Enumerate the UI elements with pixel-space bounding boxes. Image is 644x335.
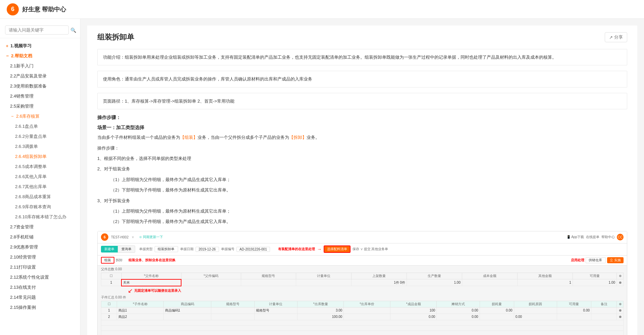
sim-btd-code-2[interactable]	[163, 314, 211, 320]
sim-bth-loss-reason: 损耗原因	[514, 301, 557, 307]
sim-brow-2: 2 商品2 100.00 0.00 0.00	[101, 314, 624, 320]
sidebar-item-2-6-7[interactable]: 2.6.7其他出库单	[0, 182, 80, 192]
sidebar-item-label-2-6-8: 2.6.8商品成本重算	[15, 194, 51, 200]
sidebar-item-2-5[interactable]: 2.5采购管理	[0, 101, 80, 111]
sidebar-item-2-2[interactable]: 2.2产品安装及登录	[0, 71, 80, 81]
sidebar-item-2-4[interactable]: 2.4销售管理	[0, 91, 80, 101]
sidebar-item-2-6[interactable]: － 2.6库存核算	[0, 111, 80, 121]
sim-nav-row: 新建单 查询单 单据类型 组装拆卸单 单据日期 2019-12-26 单据编号 …	[98, 243, 627, 256]
sidebar-item-2-10[interactable]: 2.10经营管理	[0, 252, 80, 262]
sim-annotation4-area: ↙ 无固定清单可以随便在这里录入	[98, 286, 627, 295]
share-button[interactable]: ↗ 分享	[605, 32, 627, 42]
sidebar-item-2-15[interactable]: 2.15操作案例	[0, 302, 80, 313]
step2-text: 2、对于组装业务	[97, 165, 627, 173]
sim-tab-query[interactable]: 查询单	[118, 245, 135, 253]
sim-btd-op-1[interactable]: ⊗	[617, 307, 624, 314]
search-button[interactable]: 🔍	[70, 27, 76, 33]
sim-bottom-table-header: 子件汇总 0.00 件	[101, 295, 624, 300]
scene-title: 场景一：加工类型选择	[97, 125, 627, 131]
sim-online-submit: 在线提单	[586, 235, 599, 239]
sidebar-item-2-14[interactable]: 2.14常见问题	[0, 292, 80, 302]
sim-th-parent-code: *父件编码	[181, 273, 241, 279]
search-input[interactable]	[5, 25, 69, 35]
intro-text: 功能介绍：组装拆卸单用来处理企业组装或拆卸等加工业务，支持有固定装配清单的产品加…	[103, 55, 556, 60]
sidebar-item-2-12[interactable]: 2.12系统个性化设置	[0, 272, 80, 282]
sim-annotation4-text: 无固定清单可以随便在这里录入	[134, 288, 181, 293]
sidebar-item-label-2-3: 2.3使用前数据准备	[10, 83, 47, 89]
sim-annotation1-btn[interactable]: 选择配料清单	[324, 245, 351, 253]
sidebar-item-label-2-11: 2.11打印设置	[10, 264, 36, 270]
sim-tab-new[interactable]: 新建单	[101, 246, 118, 253]
sim-brow-3	[101, 320, 624, 325]
sidebar-item-2-13[interactable]: 2.13在线支付	[0, 282, 80, 292]
sim-warehouse-selector[interactable]: 供销仓库	[586, 257, 606, 263]
sim-td-shelf-qty-1[interactable]: 1件 0件	[352, 279, 407, 286]
sidebar-item-2-7[interactable]: 2.7资金管理	[0, 222, 80, 232]
sidebar-item-2-6-4[interactable]: 2.6.4组装拆卸单	[0, 152, 80, 162]
sim-btd-outprice-1[interactable]	[344, 307, 390, 314]
sidebar-item-2-6-6[interactable]: 2.6.6其他入库单	[0, 172, 80, 182]
step3-text: 3、对于拆装业务	[97, 197, 627, 205]
sidebar-item-2-6-2[interactable]: 2.6.2分量盘点单	[0, 131, 80, 142]
sim-btd-prodamt-2: 0.00	[390, 314, 436, 320]
intro-box: 功能介绍：组装拆卸单用来处理企业组装或拆卸等加工业务，支持有固定装配清单的产品加…	[97, 49, 627, 65]
sim-btd-code-1[interactable]: 商品编码1	[163, 307, 211, 314]
sidebar-item-2-9[interactable]: 2.9优惠券管理	[0, 242, 80, 252]
sidebar-item-2-6-1[interactable]: 2.6.1盘点单	[0, 121, 80, 131]
sim-annotation3-text: 启用处理	[571, 258, 584, 263]
sidebar-item-1[interactable]: ＋ 1.视频学习	[0, 41, 80, 51]
sim-btd-lossreason-1	[514, 307, 557, 314]
sim-td-prod-qty-1[interactable]: 1.00	[407, 279, 462, 286]
sim-td-parent-name-1[interactable]: 关米	[121, 279, 181, 286]
sidebar-item-2-6-10[interactable]: 2.6.10库存账本错了怎么办	[0, 212, 80, 222]
logo-icon: 6	[7, 3, 19, 15]
sim-arrow4: ↙	[128, 287, 133, 294]
steps-sub-title: 操作步骤：	[97, 144, 627, 152]
content-area: 组装拆卸单 ↗ 分享 功能介绍：组装拆卸单用来处理企业组装或拆卸等加工业务，支持…	[80, 19, 644, 335]
sidebar-item-2-6-9[interactable]: 2.6.9库存账本查询	[0, 202, 80, 212]
sim-td-other-1: 1	[517, 279, 573, 286]
sim-btd-name-1[interactable]: 商品1	[117, 307, 163, 314]
sidebar-item-2-3[interactable]: 2.3使用前数据准备	[0, 81, 80, 91]
steps-title: 操作步骤：	[97, 115, 627, 121]
sim-btd-outqty-1[interactable]: 3.00	[297, 307, 343, 314]
sidebar-item-2[interactable]: － 2.帮助文档	[0, 51, 80, 61]
share-icon: ↗	[609, 35, 613, 40]
header: 6 好生意 帮助中心	[0, 0, 644, 19]
sidebar-item-2-11[interactable]: 2.11打印设置	[0, 262, 80, 272]
sidebar-item-2-6-8[interactable]: 2.6.8商品成本重算	[0, 192, 80, 202]
sidebar-item-2-6-5[interactable]: 2.6.5成本调整单	[0, 162, 80, 172]
sim-brow-5	[101, 331, 624, 335]
sim-td-parent-code-1[interactable]	[181, 279, 241, 286]
sidebar-item-2-6-3[interactable]: 2.6.3调拨单	[0, 142, 80, 152]
sim-th-parent-name: *父件名称	[121, 273, 181, 279]
sidebar-item-2-1[interactable]: 2.1新手入门	[0, 61, 80, 71]
sim-btd-op-2[interactable]: ⊗	[617, 314, 624, 320]
sidebar-item-2-8[interactable]: 2.8手机旺铺	[0, 232, 80, 242]
sim-toolbar2: 组装 拆卸 组装业务、拆卸业务在这里切换 启用处理 供销仓库 立 实施	[98, 256, 627, 266]
sim-process-type[interactable]: 组装	[101, 257, 114, 264]
sim-btd-check-1: 1	[101, 307, 117, 314]
sim-confirm-btn[interactable]: 立 实施	[607, 257, 624, 263]
sim-topbar: 6 TEST-H002 ▼ ⊙ 同期更新一下 📱 App下载 在线提单 帮助中心…	[98, 231, 627, 243]
sim-btd-name-2[interactable]: 商品2	[117, 314, 163, 320]
sim-brow-1: 1 商品1 商品编码1 规格型号 3.00 100 0.00 0.00	[101, 307, 624, 314]
sim-btd-spec-1	[211, 307, 254, 314]
sim-date-value[interactable]: 2019-12-26	[196, 247, 219, 252]
sim-bth-unit: 计量单位	[254, 301, 297, 307]
sim-docno-value[interactable]: AD-20191226-001	[236, 247, 270, 252]
sim-btd-remark-2	[591, 314, 617, 320]
sim-empty-row-5	[101, 331, 624, 335]
sim-btd-outqty-2[interactable]: 100.00	[297, 314, 343, 320]
sidebar-item-label-2-6-1: 2.6.1盘点单	[15, 123, 38, 129]
sim-right-controls: 启用处理 供销仓库 立 实施	[571, 257, 624, 263]
sidebar-item-label-2-9: 2.9优惠券管理	[10, 244, 38, 250]
sim-td-action-1[interactable]: ⊗	[617, 279, 624, 286]
sim-arrow1: →	[317, 246, 322, 252]
sim-bth-check: ☐	[101, 301, 117, 307]
sim-date-label: 单据日期	[180, 247, 194, 252]
sim-doc-type-value[interactable]: 组装拆卸单	[155, 246, 178, 252]
sim-btd-prodamt-1: 100	[390, 307, 436, 314]
sim-btd-outprice-2	[344, 314, 390, 320]
sim-btd-check-2: 2	[101, 314, 117, 320]
